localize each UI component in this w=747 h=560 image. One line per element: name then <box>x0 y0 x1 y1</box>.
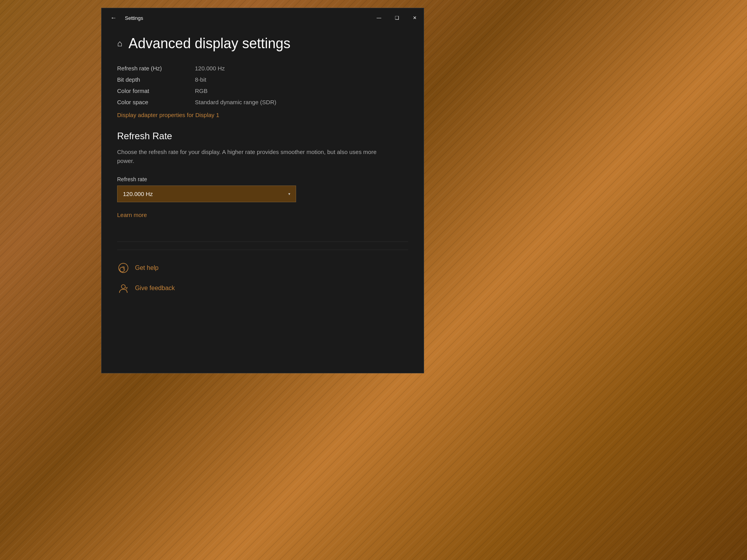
adapter-link[interactable]: Display adapter properties for Display 1 <box>117 112 408 118</box>
dropdown-selected-value: 120.000 Hz <box>123 191 153 197</box>
window-title: Settings <box>125 15 143 21</box>
home-icon: ⌂ <box>117 39 122 48</box>
refresh-rate-field-label: Refresh rate <box>117 176 408 182</box>
dropdown-arrow-icon: ▾ <box>288 192 290 196</box>
page-title: Advanced display settings <box>128 35 290 52</box>
footer-actions: ? Get help Give feedback <box>117 250 408 298</box>
info-row-refresh-rate: Refresh rate (Hz) 120.000 Hz <box>117 63 408 74</box>
refresh-rate-description: Choose the refresh rate for your display… <box>117 148 382 165</box>
maximize-button[interactable]: ❑ <box>388 8 406 28</box>
refresh-rate-value: 120.000 Hz <box>195 65 225 72</box>
refresh-rate-dropdown[interactable]: 120.000 Hz ▾ <box>117 186 296 202</box>
get-help-action[interactable]: ? Get help <box>117 258 408 278</box>
page-header: ⌂ Advanced display settings <box>117 35 408 52</box>
color-format-value: RGB <box>195 88 208 94</box>
give-feedback-action[interactable]: Give feedback <box>117 278 408 298</box>
color-space-value: Standard dynamic range (SDR) <box>195 99 276 105</box>
close-button[interactable]: ✕ <box>406 8 424 28</box>
svg-point-3 <box>121 285 125 289</box>
svg-text:?: ? <box>122 265 124 271</box>
give-feedback-label: Give feedback <box>135 285 175 292</box>
settings-window: ← Settings — ❑ ✕ ⌂ Advanced display sett… <box>101 8 424 373</box>
learn-more-link[interactable]: Learn more <box>117 212 408 218</box>
window-controls: — ❑ ✕ <box>370 8 424 28</box>
info-row-color-space: Color space Standard dynamic range (SDR) <box>117 96 408 108</box>
refresh-rate-section-title: Refresh Rate <box>117 131 408 142</box>
refresh-rate-dropdown-container: 120.000 Hz ▾ <box>117 186 296 202</box>
minimize-button[interactable]: — <box>370 8 388 28</box>
title-bar: ← Settings — ❑ ✕ <box>102 8 424 28</box>
color-space-label: Color space <box>117 99 195 105</box>
get-help-icon: ? <box>117 262 130 274</box>
info-row-color-format: Color format RGB <box>117 85 408 96</box>
bit-depth-label: Bit depth <box>117 76 195 83</box>
refresh-rate-label: Refresh rate (Hz) <box>117 65 195 72</box>
color-format-label: Color format <box>117 88 195 94</box>
content-area: ⌂ Advanced display settings Refresh rate… <box>102 28 424 373</box>
display-info-table: Refresh rate (Hz) 120.000 Hz Bit depth 8… <box>117 63 408 108</box>
give-feedback-icon <box>117 282 130 294</box>
back-button[interactable]: ← <box>108 12 119 24</box>
info-row-bit-depth: Bit depth 8-bit <box>117 74 408 85</box>
footer-divider <box>117 242 408 242</box>
title-bar-left: ← Settings <box>108 12 143 24</box>
bit-depth-value: 8-bit <box>195 76 206 83</box>
get-help-label: Get help <box>135 264 158 271</box>
